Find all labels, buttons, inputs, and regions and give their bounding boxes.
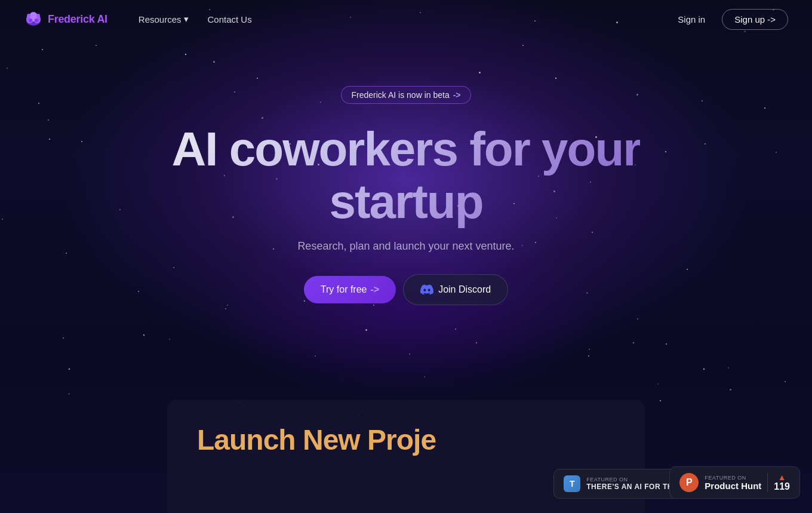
ph-featured-label: FEATURED ON <box>705 475 761 481</box>
launch-title: Launch New Proje <box>197 423 615 456</box>
beta-badge[interactable]: Frederick AI is now in beta -> <box>341 86 470 104</box>
product-hunt-badge[interactable]: P FEATURED ON Product Hunt ▲ 119 <box>669 466 800 499</box>
star <box>703 368 705 370</box>
discord-button-label: Join Discord <box>438 284 491 295</box>
product-hunt-text: FEATURED ON Product Hunt <box>705 475 761 491</box>
try-button-arrow: -> <box>370 284 379 295</box>
star <box>785 381 786 382</box>
star <box>657 383 659 385</box>
nav-resources-link[interactable]: Resources ▾ <box>131 10 196 28</box>
star <box>730 389 731 391</box>
nav-resources-label: Resources <box>139 14 182 24</box>
hero-subtitle: Research, plan and launch your next vent… <box>297 240 514 253</box>
navbar: Frederick AI Resources ▾ Contact Us Sign… <box>0 0 812 38</box>
discord-icon <box>420 283 433 296</box>
there-ai-featured-label: FEATURED ON <box>586 477 682 483</box>
beta-badge-arrow: -> <box>453 90 461 100</box>
logo-icon <box>24 10 43 29</box>
star <box>476 342 477 343</box>
nav-right: Sign in Sign up -> <box>668 9 788 30</box>
svg-point-4 <box>29 19 32 22</box>
nav-links: Resources ▾ Contact Us <box>131 10 259 28</box>
star <box>63 337 64 339</box>
ph-name: Product Hunt <box>705 481 761 491</box>
preview-content: Launch New Proje <box>167 400 645 468</box>
logo-text-accent: AI <box>97 13 107 25</box>
try-button-label: Try for free <box>321 284 367 295</box>
star <box>68 393 70 395</box>
star <box>225 308 226 309</box>
signin-button[interactable]: Sign in <box>668 10 715 29</box>
join-discord-button[interactable]: Join Discord <box>403 274 508 305</box>
nav-contact-link[interactable]: Contact Us <box>201 11 259 28</box>
star <box>660 400 661 401</box>
hero-title-line1: AI coworkers for your <box>172 122 641 176</box>
svg-point-6 <box>27 14 30 19</box>
star <box>728 367 729 368</box>
hero-title-line2: startup <box>329 175 482 228</box>
beta-badge-text: Frederick AI is now in beta <box>351 90 449 100</box>
logo-text: Frederick AI <box>48 13 107 26</box>
hero-buttons: Try for free -> Join Discord <box>304 274 508 305</box>
logo-text-normal: Frederick <box>48 13 97 25</box>
try-free-button[interactable]: Try for free -> <box>304 276 396 303</box>
nav-resources-chevron: ▾ <box>184 14 189 24</box>
product-hunt-icon: P <box>679 473 699 492</box>
star <box>365 329 367 331</box>
hero-title: AI coworkers for your startup <box>172 123 641 228</box>
nav-contact-label: Contact Us <box>208 14 252 24</box>
star <box>169 339 170 340</box>
there-ai-title: THERE'S AN AI FOR THAT <box>586 483 682 491</box>
svg-point-7 <box>36 14 40 19</box>
there-ai-text: FEATURED ON THERE'S AN AI FOR THAT <box>586 477 682 491</box>
ph-count-number: 119 <box>774 481 790 492</box>
star <box>637 318 638 320</box>
star <box>455 328 456 330</box>
star <box>424 376 425 377</box>
star <box>588 355 589 357</box>
star <box>143 334 144 336</box>
nav-left: Frederick AI Resources ▾ Contact Us <box>24 10 259 29</box>
star <box>315 355 316 357</box>
star <box>69 368 70 370</box>
star <box>666 343 667 345</box>
hero-section: Frederick AI is now in beta -> AI cowork… <box>0 38 812 305</box>
star <box>589 349 590 350</box>
svg-point-5 <box>35 19 38 22</box>
signup-button[interactable]: Sign up -> <box>722 9 788 30</box>
star <box>409 354 410 355</box>
logo[interactable]: Frederick AI <box>24 10 107 29</box>
there-ai-icon: T <box>564 475 580 492</box>
ph-triangle-icon: ▲ <box>778 473 786 481</box>
star <box>633 342 634 343</box>
ph-count-container: ▲ 119 <box>767 473 790 492</box>
